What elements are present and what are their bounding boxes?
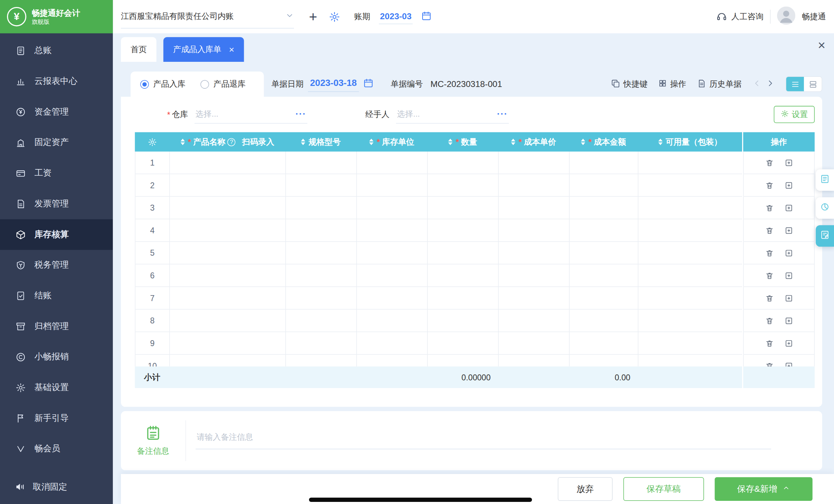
history-docs-button[interactable]: 历史单据 <box>697 79 742 89</box>
add-row-icon[interactable] <box>784 226 793 235</box>
table-cell[interactable] <box>357 219 428 242</box>
sidebar-item-7[interactable]: 税务管理 <box>0 250 113 280</box>
warehouse-input[interactable]: 选择... ··· <box>195 105 307 123</box>
table-cell[interactable] <box>499 287 570 310</box>
table-cell[interactable] <box>170 355 286 367</box>
warehouse-picker-icon[interactable]: ··· <box>295 109 306 120</box>
table-cell[interactable] <box>170 309 286 332</box>
sidebar-item-12[interactable]: 新手引导 <box>0 403 113 434</box>
next-doc-icon[interactable] <box>765 78 775 90</box>
table-cell[interactable] <box>286 355 357 367</box>
sidebar-item-3[interactable]: 固定资产 <box>0 127 113 158</box>
table-cell[interactable] <box>499 332 570 355</box>
add-row-icon[interactable] <box>784 203 793 212</box>
radio-product-outbound[interactable]: 产品退库 <box>200 79 246 89</box>
table-cell[interactable] <box>357 355 428 367</box>
column-header-qty[interactable]: *数量 <box>427 132 498 152</box>
delete-row-icon[interactable] <box>765 316 774 325</box>
table-cell[interactable] <box>357 264 428 287</box>
table-cell[interactable] <box>570 287 638 310</box>
table-cell[interactable] <box>638 355 742 367</box>
table-cell[interactable] <box>357 197 428 219</box>
remarks-input[interactable]: 请输入备注信息 <box>196 432 771 449</box>
table-cell[interactable] <box>428 355 499 367</box>
scan-entry-link[interactable]: 扫码录入 <box>242 137 274 147</box>
close-icon[interactable]: × <box>818 38 826 53</box>
column-header-amount[interactable]: *成本金额 <box>569 132 638 152</box>
sidebar-item-6[interactable]: 库存核算 <box>0 219 113 250</box>
sidebar-item-4[interactable]: 工资 <box>0 158 113 189</box>
sidebar-item-11[interactable]: 基础设置 <box>0 372 113 403</box>
table-cell[interactable] <box>638 264 742 287</box>
table-cell[interactable] <box>428 152 499 174</box>
tab-close-icon[interactable]: × <box>229 45 234 54</box>
table-cell[interactable] <box>428 287 499 310</box>
delete-row-icon[interactable] <box>765 361 774 367</box>
quick-edit-button[interactable] <box>816 225 834 247</box>
quick-doc-button[interactable] <box>816 169 834 191</box>
doc-date-value[interactable]: 2023-03-18 <box>308 76 359 92</box>
delete-row-icon[interactable] <box>765 249 774 257</box>
table-cell[interactable] <box>357 309 428 332</box>
add-account-button[interactable]: + <box>309 10 317 24</box>
company-selector[interactable]: 江西服宝精品有限责任公司内账 <box>121 5 294 29</box>
table-cell[interactable] <box>638 152 742 174</box>
table-cell[interactable] <box>286 242 357 264</box>
delete-row-icon[interactable] <box>765 181 774 190</box>
table-cell[interactable] <box>638 174 742 197</box>
table-cell[interactable] <box>357 174 428 197</box>
discard-button[interactable]: 放弃 <box>558 477 613 501</box>
add-row-icon[interactable] <box>784 361 793 367</box>
table-cell[interactable] <box>638 242 742 264</box>
table-cell[interactable] <box>428 309 499 332</box>
help-icon[interactable]: ? <box>228 138 236 146</box>
table-cell[interactable] <box>499 309 570 332</box>
table-cell[interactable] <box>170 332 286 355</box>
column-header-product[interactable]: *产品名称?扫码录入 <box>169 132 285 152</box>
table-cell[interactable] <box>428 264 499 287</box>
tab-home[interactable]: 首页 <box>121 37 156 62</box>
table-cell[interactable] <box>638 309 742 332</box>
sidebar-unpin-button[interactable]: 取消固定 <box>0 470 113 504</box>
table-cell[interactable] <box>428 197 499 219</box>
add-row-icon[interactable] <box>784 294 793 302</box>
table-cell[interactable] <box>170 152 286 174</box>
table-cell[interactable] <box>357 287 428 310</box>
radio-product-inbound[interactable]: 产品入库 <box>140 79 185 89</box>
sidebar-item-1[interactable]: 云报表中心 <box>0 66 113 97</box>
add-row-icon[interactable] <box>784 181 793 190</box>
table-cell[interactable] <box>499 355 570 367</box>
table-cell[interactable] <box>638 219 742 242</box>
handler-input[interactable]: 选择... ··· <box>396 105 509 123</box>
table-cell[interactable] <box>170 174 286 197</box>
table-cell[interactable] <box>428 332 499 355</box>
table-cell[interactable] <box>638 287 742 310</box>
avatar[interactable] <box>777 6 795 27</box>
table-cell[interactable] <box>570 309 638 332</box>
sidebar-item-13[interactable]: 畅会员 <box>0 434 113 465</box>
table-cell[interactable] <box>357 242 428 264</box>
table-cell[interactable] <box>170 197 286 219</box>
delete-row-icon[interactable] <box>765 226 774 235</box>
table-cell[interactable] <box>499 197 570 219</box>
card-view-button[interactable] <box>804 77 822 92</box>
column-header-unit[interactable]: *库存单位 <box>356 132 427 152</box>
table-cell[interactable] <box>286 152 357 174</box>
table-cell[interactable] <box>570 355 638 367</box>
tab-product-inbound[interactable]: 产成品入库单 × <box>163 37 244 62</box>
quick-report-button[interactable] <box>816 197 834 219</box>
sidebar-item-9[interactable]: 归档管理 <box>0 311 113 342</box>
table-cell[interactable] <box>638 197 742 219</box>
gear-icon[interactable] <box>147 137 156 146</box>
brand-logo[interactable]: ¥ 畅捷通好会计 旗舰版 <box>0 0 113 33</box>
table-cell[interactable] <box>499 174 570 197</box>
support-button[interactable]: 人工咨询 <box>716 10 763 23</box>
delete-row-icon[interactable] <box>765 339 774 348</box>
column-header-available[interactable]: 可用量（包装） <box>638 132 742 152</box>
table-cell[interactable] <box>570 174 638 197</box>
prev-doc-icon[interactable] <box>752 78 762 90</box>
add-row-icon[interactable] <box>784 249 793 257</box>
column-header-spec[interactable]: 规格型号 <box>285 132 356 152</box>
list-view-button[interactable] <box>786 77 804 92</box>
column-header-price[interactable]: *成本单价 <box>498 132 569 152</box>
